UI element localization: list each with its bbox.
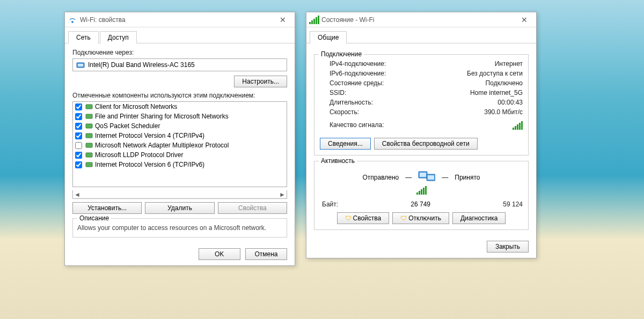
list-item[interactable]: Internet Protocol Version 4 (TCP/IPv4) (73, 131, 287, 140)
duration-value: 00:00:43 (497, 99, 523, 106)
svg-rect-13 (428, 175, 434, 180)
tab-row: Общие (306, 27, 536, 43)
component-icon (85, 132, 93, 139)
svg-rect-9 (86, 162, 92, 167)
component-checkbox[interactable] (75, 123, 82, 130)
horizontal-scrollbar[interactable]: ◄ ► (72, 190, 287, 199)
media-state-value: Подключено (486, 79, 523, 87)
components-list[interactable]: Client for Microsoft NetworksFile and Pr… (72, 101, 287, 187)
tab-sharing[interactable]: Доступ (100, 31, 137, 43)
svg-rect-6 (86, 133, 92, 138)
content: Подключение через: Intel(R) Dual Band Wi… (65, 43, 295, 243)
component-icon (85, 142, 93, 149)
list-item[interactable]: File and Printer Sharing for Microsoft N… (73, 112, 287, 121)
svg-rect-11 (420, 173, 426, 177)
component-icon (85, 161, 93, 168)
wifi-icon (68, 16, 77, 24)
list-item[interactable]: Microsoft Network Adapter Multiplexor Pr… (73, 140, 287, 150)
connection-legend: Подключение (319, 50, 364, 58)
svg-rect-7 (86, 143, 92, 147)
shield-icon: 🛡 (400, 214, 407, 222)
connect-through-label: Подключение через: (72, 49, 287, 56)
component-name: Microsoft Network Adapter Multiplexor Pr… (95, 142, 229, 149)
dialog-footer: OK Отмена (65, 243, 295, 265)
wifi-properties-window: Wi-Fi: свойства ✕ Сеть Доступ Подключени… (64, 12, 295, 266)
svg-rect-4 (86, 114, 92, 118)
list-item[interactable]: QoS Packet Scheduler (73, 121, 287, 131)
install-button[interactable]: Установить... (72, 202, 142, 214)
svg-rect-8 (86, 153, 92, 157)
titlebar[interactable]: Состояние - Wi-Fi ✕ (306, 12, 536, 27)
component-icon (85, 113, 93, 120)
description-fieldset: Описание Allows your computer to access … (72, 218, 287, 238)
svg-rect-2 (78, 64, 83, 66)
list-item[interactable]: Microsoft LLDP Protocol Driver (73, 150, 287, 160)
speed-label: Скорость: (330, 108, 359, 116)
list-item[interactable]: Internet Protocol Version 6 (TCP/IPv6) (73, 160, 287, 169)
window-title: Wi-Fi: свойства (80, 16, 274, 24)
properties-button[interactable]: Свойства (218, 202, 287, 214)
component-checkbox[interactable] (75, 103, 82, 110)
cancel-button[interactable]: Отмена (245, 248, 287, 260)
adapter-box: Intel(R) Dual Band Wireless-AC 3165 (72, 58, 287, 71)
component-checkbox[interactable] (75, 152, 82, 159)
bytes-sent-value: 26 749 (338, 201, 503, 208)
close-button[interactable]: Закрыть (487, 241, 529, 253)
ipv4-label: IPv4-подключение: (330, 60, 386, 68)
tab-row: Сеть Доступ (65, 27, 295, 43)
svg-rect-5 (86, 124, 92, 128)
component-icon (85, 103, 93, 110)
uninstall-button[interactable]: Удалить (145, 202, 214, 214)
list-item[interactable]: Client for Microsoft Networks (73, 102, 287, 112)
wifi-status-window: Состояние - Wi-Fi ✕ Общие Подключение IP… (306, 12, 537, 258)
component-name: Internet Protocol Version 6 (TCP/IPv6) (95, 161, 204, 168)
properties-button[interactable]: 🛡Свойства (337, 212, 390, 224)
received-label: Принято (455, 174, 480, 181)
tab-network[interactable]: Сеть (68, 31, 99, 43)
component-checkbox[interactable] (75, 113, 82, 120)
ipv6-value: Без доступа к сети (467, 70, 523, 77)
component-name: File and Printer Sharing for Microsoft N… (95, 113, 229, 120)
configure-button[interactable]: Настроить... (234, 76, 287, 87)
component-icon (85, 123, 93, 129)
activity-legend: Активность (319, 157, 357, 165)
wireless-properties-button[interactable]: Свойства беспроводной сети (374, 138, 478, 150)
speed-value: 390.0 Мбит/с (484, 108, 523, 116)
diagnose-button[interactable]: Диагностика (452, 212, 506, 224)
signal-quality-label: Качество сигнала: (330, 121, 384, 131)
sent-label: Отправлено (363, 174, 399, 181)
shield-icon: 🛡 (345, 214, 352, 222)
ok-button[interactable]: OK (199, 248, 240, 260)
disable-button[interactable]: 🛡Отключить (392, 212, 449, 224)
connection-group: Подключение IPv4-подключение:Интернет IP… (314, 54, 529, 155)
content: Подключение IPv4-подключение:Интернет IP… (306, 43, 536, 235)
duration-label: Длительность: (330, 99, 373, 106)
svg-rect-3 (86, 105, 92, 109)
bytes-received-value: 59 124 (503, 201, 523, 208)
bytes-label: Байт: (322, 201, 338, 208)
signal-quality-icon (513, 121, 523, 131)
component-checkbox[interactable] (75, 142, 82, 149)
description-text: Allows your computer to access resources… (77, 222, 282, 233)
component-name: Microsoft LLDP Protocol Driver (95, 151, 184, 159)
ssid-value: Home internet_5G (470, 89, 523, 97)
activity-signal-icon (320, 186, 523, 196)
close-icon[interactable]: ✕ (516, 16, 533, 24)
titlebar[interactable]: Wi-Fi: свойства ✕ (65, 12, 295, 27)
component-checkbox[interactable] (75, 132, 82, 139)
signal-icon (310, 16, 318, 24)
scroll-left-icon[interactable]: ◄ (74, 191, 80, 198)
close-icon[interactable]: ✕ (274, 16, 291, 24)
details-button[interactable]: Сведения... (320, 138, 371, 150)
component-checkbox[interactable] (75, 161, 82, 168)
adapter-name: Intel(R) Dual Band Wireless-AC 3165 (88, 61, 195, 69)
ipv4-value: Интернет (495, 60, 523, 68)
component-name: QoS Packet Scheduler (95, 122, 160, 130)
scroll-right-icon[interactable]: ► (279, 191, 286, 198)
media-state-label: Состояние среды: (330, 79, 384, 87)
components-label: Отмеченные компоненты используются этим … (72, 92, 287, 99)
tab-general[interactable]: Общие (310, 31, 347, 43)
description-legend: Описание (77, 214, 111, 222)
svg-point-0 (71, 21, 74, 23)
monitors-icon (418, 170, 435, 185)
